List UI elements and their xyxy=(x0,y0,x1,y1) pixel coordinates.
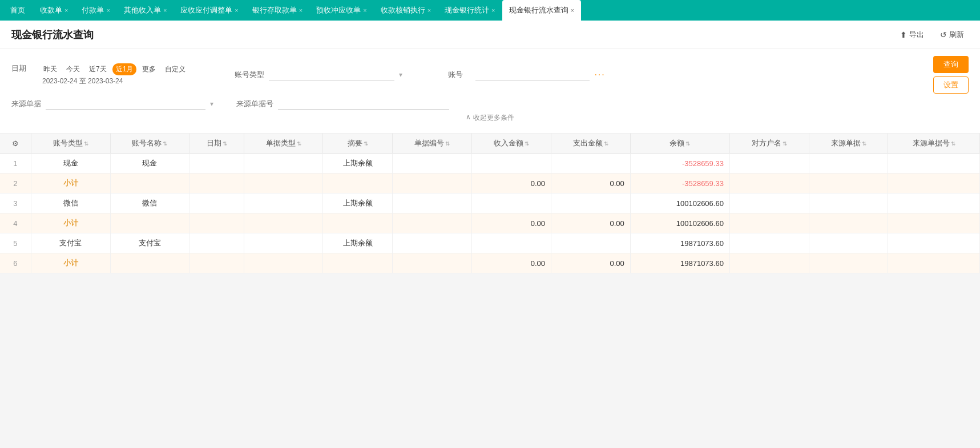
date-btn-7days[interactable]: 近7天 xyxy=(86,63,110,75)
cell-doc-no xyxy=(393,233,472,253)
nav-tab-other-income[interactable]: 其他收入单 × xyxy=(117,0,174,21)
cell-account-name xyxy=(110,213,189,233)
refresh-button[interactable]: ↺ 刷新 xyxy=(935,27,969,42)
nav-tab-payments[interactable]: 付款单 × xyxy=(75,0,116,21)
table-row: 1现金现金上期余额-3528659.33 xyxy=(0,154,980,173)
col-source-doc[interactable]: 来源单据⇅ xyxy=(809,134,888,154)
source-doc-number-field: 来源单据号 xyxy=(236,98,449,110)
col-counterparty[interactable]: 对方户名⇅ xyxy=(729,134,809,154)
col-doc-no[interactable]: 单据编号⇅ xyxy=(393,134,472,154)
cell-doc-no xyxy=(393,154,472,173)
col-summary[interactable]: 摘要⇅ xyxy=(323,134,393,154)
nav-tab-receipt-verify[interactable]: 收款核销执行 × xyxy=(374,0,438,21)
account-more-icon[interactable]: ··· xyxy=(594,70,605,80)
account-type-dropdown-icon[interactable]: ▾ xyxy=(399,71,402,79)
close-icon[interactable]: × xyxy=(571,0,574,21)
date-btn-custom[interactable]: 自定义 xyxy=(162,63,189,75)
nav-home[interactable]: 首页 xyxy=(2,0,33,21)
cell-expense: 0.00 xyxy=(551,173,631,193)
nav-tab-prepaid-offset[interactable]: 预收冲应收单 × xyxy=(309,0,373,21)
row-number: 3 xyxy=(0,193,31,213)
sort-icon: ⇅ xyxy=(163,140,167,147)
filter-area: 日期 昨天 今天 近7天 近1月 更多 自定义 2023-02-24 至 202… xyxy=(0,49,980,134)
cell-income: 0.00 xyxy=(472,173,551,193)
close-icon[interactable]: × xyxy=(64,0,68,21)
account-label: 账号 xyxy=(448,70,471,80)
date-btn-today[interactable]: 今天 xyxy=(63,63,83,75)
row-number: 1 xyxy=(0,154,31,173)
table-row: 4小计0.000.00100102606.60 xyxy=(0,213,980,233)
account-type-label: 账号类型 xyxy=(235,70,264,80)
date-btn-more[interactable]: 更多 xyxy=(139,63,159,75)
nav-tab-ar-ap-adjust[interactable]: 应收应付调整单 × xyxy=(174,0,245,21)
source-doc-number-input[interactable] xyxy=(278,98,449,110)
cell-income xyxy=(472,233,551,253)
nav-tab-receipts[interactable]: 收款单 × xyxy=(33,0,75,21)
sort-icon: ⇅ xyxy=(685,140,690,147)
col-income[interactable]: 收入金额⇅ xyxy=(472,134,551,154)
account-type-input[interactable] xyxy=(269,69,394,80)
cell-expense xyxy=(551,233,631,253)
row-number: 2 xyxy=(0,173,31,193)
source-doc-number-label: 来源单据号 xyxy=(236,99,273,109)
cell-doc-type xyxy=(244,213,323,233)
col-doc-type[interactable]: 单据类型⇅ xyxy=(244,134,323,154)
cell-doc-type xyxy=(244,193,323,213)
cell-summary: 上期余额 xyxy=(323,233,393,253)
date-btn-1month[interactable]: 近1月 xyxy=(112,63,137,75)
header-actions: ⬆ 导出 ↺ 刷新 xyxy=(896,27,969,42)
col-balance[interactable]: 余额⇅ xyxy=(630,134,729,154)
cell-source-doc-no xyxy=(888,173,980,193)
cell-doc-type xyxy=(244,253,323,273)
source-doc-label: 来源单据 xyxy=(11,99,41,109)
sort-icon: ⇅ xyxy=(297,140,301,147)
source-doc-input[interactable] xyxy=(46,98,205,110)
sort-icon: ⇅ xyxy=(604,140,608,147)
row-number: 5 xyxy=(0,233,31,253)
settings-button[interactable]: 设置 xyxy=(933,76,969,94)
sort-icon: ⇅ xyxy=(862,140,866,147)
cell-counterparty xyxy=(729,253,809,273)
sort-icon: ⇅ xyxy=(445,140,450,147)
cell-summary: 上期余额 xyxy=(323,193,393,213)
cell-income: 0.00 xyxy=(472,213,551,233)
sort-icon: ⇅ xyxy=(951,140,955,147)
source-doc-dropdown-icon[interactable]: ▾ xyxy=(210,100,213,108)
cell-counterparty xyxy=(729,233,809,253)
cell-doc-type xyxy=(244,154,323,173)
cell-date xyxy=(189,253,244,273)
nav-tab-cash-stats[interactable]: 现金银行统计 × xyxy=(438,0,502,21)
cell-account-type: 小计 xyxy=(31,253,110,273)
col-gear[interactable]: ⚙ xyxy=(0,134,31,154)
col-expense[interactable]: 支出金额⇅ xyxy=(551,134,631,154)
close-icon[interactable]: × xyxy=(363,0,366,21)
account-input[interactable] xyxy=(475,69,590,80)
close-icon[interactable]: × xyxy=(106,0,110,21)
col-source-doc-no[interactable]: 来源单据号⇅ xyxy=(888,134,980,154)
source-doc-field: 来源单据 ▾ xyxy=(11,98,213,110)
cell-source-doc-no xyxy=(888,193,980,213)
close-icon[interactable]: × xyxy=(428,0,431,21)
data-table-container: ⚙ 账号类型⇅ 账号名称⇅ 日期⇅ 单据类型⇅ 摘要⇅ 单据编号 xyxy=(0,134,980,273)
nav-tab-bank-deposit[interactable]: 银行存取款单 × xyxy=(245,0,309,21)
close-icon[interactable]: × xyxy=(163,0,167,21)
col-account-type[interactable]: 账号类型⇅ xyxy=(31,134,110,154)
date-filter-label: 日期 xyxy=(11,63,34,74)
col-date[interactable]: 日期⇅ xyxy=(189,134,244,154)
query-button[interactable]: 查询 xyxy=(933,56,969,73)
table-row: 3微信微信上期余额100102606.60 xyxy=(0,193,980,213)
export-icon: ⬆ xyxy=(900,30,907,39)
export-button[interactable]: ⬆ 导出 xyxy=(896,27,929,42)
close-icon[interactable]: × xyxy=(235,0,238,21)
col-account-name[interactable]: 账号名称⇅ xyxy=(110,134,189,154)
close-icon[interactable]: × xyxy=(299,0,303,21)
cell-account-type: 小计 xyxy=(31,173,110,193)
cell-source-doc xyxy=(809,253,888,273)
cell-income: 0.00 xyxy=(472,253,551,273)
nav-tab-cash-flow-query[interactable]: 现金银行流水查询 × xyxy=(502,0,581,21)
date-btn-yesterday[interactable]: 昨天 xyxy=(40,63,61,75)
cell-doc-type xyxy=(244,233,323,253)
close-icon[interactable]: × xyxy=(491,0,495,21)
cell-counterparty xyxy=(729,213,809,233)
collapse-bar[interactable]: ∧ 收起更多条件 xyxy=(11,110,969,126)
